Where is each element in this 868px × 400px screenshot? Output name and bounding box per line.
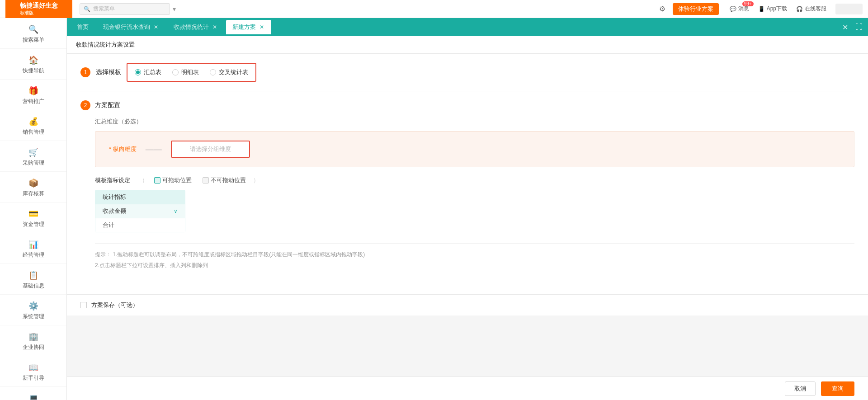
gear-icon: ⚙️: [28, 301, 38, 311]
tab-new-plan-close[interactable]: ✕: [259, 24, 265, 30]
sidebar-label: 营销推广: [23, 98, 44, 105]
sidebar-item-guide[interactable]: 📖 新手引导: [0, 356, 66, 387]
query-button[interactable]: 查询: [821, 381, 854, 396]
search-icon: 🔍: [84, 6, 90, 12]
sidebar-item-finance[interactable]: 💳 资金管理: [0, 202, 66, 233]
sidebar-item-basic-info[interactable]: 📋 基础信息: [0, 264, 66, 295]
settings-icon[interactable]: ⚙: [659, 5, 665, 13]
tab-cashflow-label: 现金银行流水查询: [103, 23, 150, 31]
sidebar-item-marketing[interactable]: 🎁 营销推广: [0, 80, 66, 110]
search-box[interactable]: 🔍 搜索菜单: [80, 3, 170, 15]
sales-icon: 💰: [28, 117, 38, 127]
search-dropdown-icon[interactable]: ▾: [173, 5, 176, 13]
step1-title: 选择模板: [96, 68, 121, 76]
step2-title: 方案配置: [95, 101, 120, 109]
save-checkbox[interactable]: [80, 302, 87, 308]
tab-receipts[interactable]: 收款情况统计 ✕: [167, 20, 224, 34]
indicator-section: 模板指标设定 （ 可拖动位置 不可拖动位置 ）: [95, 176, 854, 276]
step1-section: 1 选择模板 汇总表 明细表: [80, 63, 854, 82]
top-right-actions: 💬 消息 99+ 📱 App下载 🎧 在线客服: [730, 4, 863, 14]
clipboard-icon: 📋: [28, 270, 38, 280]
stats-cell-arrow: ∨: [174, 208, 178, 214]
non-draggable-badge: 不可拖动位置: [203, 176, 246, 184]
sidebar-label: 基础信息: [23, 282, 44, 290]
tab-home-label: 首页: [77, 23, 89, 31]
tab-new-plan-label: 新建方案: [232, 23, 256, 31]
radio-summary-label: 汇总表: [144, 68, 161, 76]
tab-receipts-label: 收款情况统计: [174, 23, 209, 31]
dimension-config: 汇总维度（必选） * 纵向维度 —— 请选择分组维度: [95, 118, 854, 276]
top-actions: ⚙ 体验行业方案: [659, 3, 719, 15]
indicator-title: 模板指标设定: [95, 176, 130, 184]
form-area: 1 选择模板 汇总表 明细表: [67, 54, 868, 294]
user-avatar[interactable]: [835, 4, 863, 14]
cart-icon: 🛒: [28, 147, 38, 157]
radio-detail-label: 明细表: [181, 68, 199, 76]
service-icon: 🎧: [796, 6, 803, 12]
box-icon: 📦: [28, 178, 38, 188]
message-icon: 💬: [730, 6, 736, 12]
cancel-button[interactable]: 取消: [785, 381, 816, 396]
step2-section: 2 方案配置 汇总维度（必选） * 纵向维度 —— 请选: [80, 91, 854, 276]
breadcrumb: 收款情况统计方案设置: [67, 36, 868, 54]
message-item[interactable]: 💬 消息 99+: [730, 5, 749, 13]
trial-button[interactable]: 体验行业方案: [673, 3, 719, 15]
download-item[interactable]: 📱 App下载: [758, 5, 787, 13]
download-label: App下载: [767, 5, 787, 13]
radio-summary-circle: [135, 69, 141, 75]
sidebar-item-system[interactable]: ⚙️ 系统管理: [0, 295, 66, 325]
stats-cell-amount[interactable]: 收款金额 ∨: [95, 204, 185, 218]
sidebar-item-inventory[interactable]: 📦 库存核算: [0, 172, 66, 202]
logo: 畅捷通好生意 标准版: [5, 0, 72, 18]
tab-home[interactable]: 首页: [71, 20, 95, 34]
sidebar-item-operations[interactable]: 📊 经营管理: [0, 233, 66, 264]
dimension-config-label: 汇总维度（必选）: [95, 118, 854, 126]
tab-new-plan[interactable]: 新建方案 ✕: [226, 20, 271, 34]
sidebar-label: 资金管理: [23, 221, 44, 228]
tip-1: 提示： 1.拖动标题栏可以调整布局，不可跨维度或指标区域拖动栏目字段(只能在同一…: [95, 249, 854, 260]
stats-header: 统计指标: [95, 190, 185, 204]
step2-num: 2: [80, 100, 90, 110]
page-content: 收款情况统计方案设置 1 选择模板 汇总表: [67, 36, 868, 400]
sidebar-item-hardware[interactable]: 💻 智能硬件: [0, 387, 66, 400]
radio-cross-circle: [210, 69, 216, 75]
tips-area: 提示： 1.拖动标题栏可以调整布局，不可跨维度或指标区域拖动栏目字段(只能在同一…: [95, 243, 854, 276]
sidebar-label: 采购管理: [23, 159, 44, 167]
dim-arrow: ——: [146, 145, 162, 154]
sidebar-item-quick-nav[interactable]: 🏠 快捷导航: [0, 49, 66, 80]
radio-cross[interactable]: 交叉统计表: [210, 68, 248, 76]
sidebar-item-enterprise[interactable]: 🏢 企业协同: [0, 325, 66, 356]
draggable-badge: 可拖动位置: [154, 176, 192, 184]
radio-cross-label: 交叉统计表: [219, 68, 248, 76]
home-icon: 🏠: [28, 55, 38, 65]
sidebar-label: 企业协同: [23, 344, 44, 351]
vertical-dim-label: * 纵向维度: [109, 145, 137, 153]
sidebar-item-search[interactable]: 🔍 搜索菜单: [0, 18, 66, 49]
radio-summary[interactable]: 汇总表: [135, 68, 161, 76]
drag-dot: [154, 177, 160, 184]
sidebar-label: 经营管理: [23, 251, 44, 259]
radio-detail-circle: [172, 69, 179, 75]
service-label: 在线客服: [805, 5, 826, 13]
tab-receipts-close[interactable]: ✕: [212, 24, 218, 30]
stats-cell-label: 收款金额: [103, 207, 126, 215]
service-item[interactable]: 🎧 在线客服: [796, 5, 826, 13]
template-select-box: 汇总表 明细表 交叉统计表: [127, 63, 256, 82]
tab-cashflow-close[interactable]: ✕: [153, 24, 159, 30]
grouping-box[interactable]: 请选择分组维度: [171, 141, 250, 158]
building-icon: 🏢: [28, 332, 38, 342]
close-all-icon[interactable]: ✕: [840, 21, 850, 33]
save-label: 方案保存（可选）: [91, 301, 138, 309]
tab-bar: 首页 现金银行流水查询 ✕ 收款情况统计 ✕ 新建方案 ✕ ✕ ⛶: [67, 18, 868, 36]
step2-header: 2 方案配置: [80, 100, 854, 110]
sidebar-label: 系统管理: [23, 313, 44, 320]
sidebar-item-sales[interactable]: 💰 销售管理: [0, 110, 66, 141]
chart-icon: 📊: [28, 240, 38, 249]
grouping-placeholder: 请选择分组维度: [190, 146, 231, 152]
sidebar-item-purchase[interactable]: 🛒 采购管理: [0, 141, 66, 172]
radio-group: 汇总表 明细表 交叉统计表: [135, 68, 248, 76]
step1-num: 1: [80, 67, 90, 77]
tab-cashflow[interactable]: 现金银行流水查询 ✕: [97, 20, 165, 34]
radio-detail[interactable]: 明细表: [172, 68, 199, 76]
expand-icon[interactable]: ⛶: [854, 21, 864, 33]
